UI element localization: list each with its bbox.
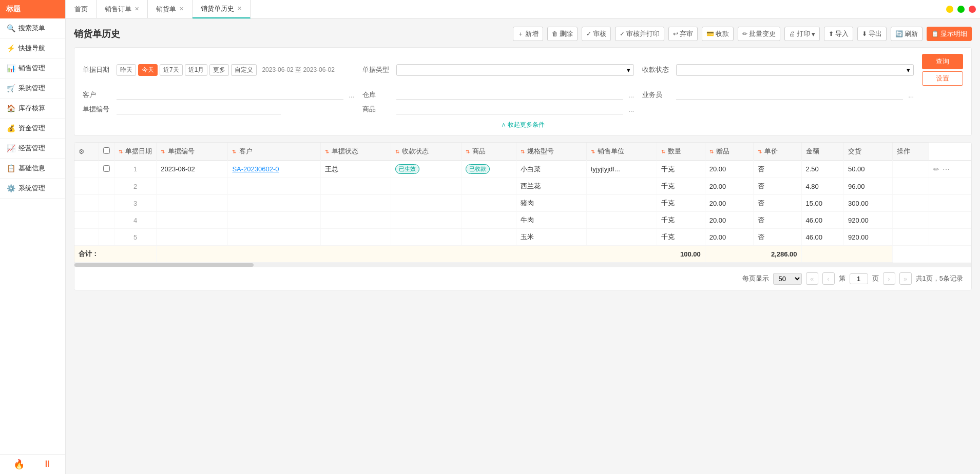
query-button[interactable]: 查询 bbox=[922, 54, 963, 69]
horizontal-scrollbar[interactable] bbox=[74, 263, 971, 267]
col-checkbox[interactable] bbox=[99, 143, 114, 161]
approve-button[interactable]: ✓ 审核 bbox=[582, 27, 611, 41]
cell-quantity-3: 20.00 bbox=[705, 195, 753, 212]
add-button[interactable]: ＋ 新增 bbox=[513, 27, 543, 41]
warehouse-input[interactable] bbox=[396, 90, 623, 100]
close-sales-goods-tab[interactable]: ✕ bbox=[179, 6, 184, 12]
sidebar-item-inventory[interactable]: 🏠 库存核算 bbox=[0, 98, 65, 118]
date-btn-7days[interactable]: 近7天 bbox=[160, 64, 183, 76]
tab-sales-goods[interactable]: 销货单 ✕ bbox=[148, 0, 193, 18]
date-btn-more[interactable]: 更多 bbox=[209, 64, 229, 76]
doc-type-select[interactable]: ▾ bbox=[396, 64, 634, 76]
first-page-button[interactable]: « bbox=[806, 272, 818, 285]
table-row: 1 2023-06-02 SA-20230602-0 王总 已生效 已收款 小白… bbox=[74, 161, 971, 178]
tab-sales-history[interactable]: 销货单历史 ✕ bbox=[193, 0, 251, 18]
tab-sales-order[interactable]: 销售订单 ✕ bbox=[97, 0, 148, 18]
fire-icon[interactable]: 🔥 bbox=[13, 459, 25, 470]
col-quantity[interactable]: ⇅ 数量 bbox=[657, 143, 705, 161]
sidebar-item-sales-mgmt[interactable]: 📊 销售管理 bbox=[0, 58, 65, 78]
sidebar-item-search-menu[interactable]: 🔍 搜索菜单 bbox=[0, 18, 65, 38]
warehouse-ellipsis[interactable]: ... bbox=[628, 91, 634, 99]
close-sales-order-tab[interactable]: ✕ bbox=[134, 6, 139, 12]
print-button[interactable]: 🖨 打印 ▾ bbox=[784, 27, 820, 41]
collapse-filter-link[interactable]: ∧ 收起更多条件 bbox=[83, 118, 963, 129]
cell-doc-no-2 bbox=[228, 178, 320, 195]
date-btn-today[interactable]: 今天 bbox=[138, 64, 158, 76]
sidebar-item-operations[interactable]: 📈 经营管理 bbox=[0, 139, 65, 159]
import-button[interactable]: ⬆ 导入 bbox=[824, 27, 853, 41]
col-unit[interactable]: ⇅ 销售单位 bbox=[586, 143, 657, 161]
collect-button[interactable]: 💳 收款 bbox=[702, 27, 734, 41]
export-button[interactable]: ⬇ 导出 bbox=[857, 27, 887, 41]
show-detail-icon: 📋 bbox=[931, 30, 939, 37]
customer-input[interactable] bbox=[117, 90, 343, 100]
col-doc-status[interactable]: ⇅ 单据状态 bbox=[320, 143, 391, 161]
col-settings[interactable]: ⚙ bbox=[74, 143, 99, 161]
tab-home[interactable]: 首页 bbox=[66, 0, 97, 18]
refresh-button[interactable]: 🔄 刷新 bbox=[891, 27, 923, 41]
approve-print-button[interactable]: ✓ 审核并打印 bbox=[615, 27, 664, 41]
cell-quantity-5: 20.00 bbox=[705, 229, 753, 246]
cell-goods-5: 玉米 bbox=[516, 229, 586, 246]
cell-checkbox-1[interactable] bbox=[99, 161, 114, 178]
col-spec[interactable]: ⇅ 规格型号 bbox=[516, 143, 586, 161]
print-icon: 🖨 bbox=[789, 30, 795, 37]
sidebar-item-quick-nav[interactable]: ⚡ 快捷导航 bbox=[0, 38, 65, 58]
col-unit-price[interactable]: ⇅ 单价 bbox=[753, 143, 801, 161]
summary-spacer bbox=[801, 246, 892, 263]
date-btn-1month[interactable]: 近1月 bbox=[185, 64, 208, 76]
close-sales-history-tab[interactable]: ✕ bbox=[237, 5, 242, 12]
col-customer[interactable]: ⇅ 客户 bbox=[228, 143, 320, 161]
sidebar-header: 标题 bbox=[0, 0, 65, 18]
col-gift[interactable]: ⇅ 赠品 bbox=[705, 143, 753, 161]
col-doc-no[interactable]: ⇅ 单据编号 bbox=[157, 143, 228, 161]
page-number-input[interactable] bbox=[850, 273, 868, 284]
date-btn-custom[interactable]: 自定义 bbox=[231, 64, 257, 76]
date-range-text: 2023-06-02 至 2023-06-02 bbox=[262, 66, 334, 74]
goods-ellipsis[interactable]: ... bbox=[628, 106, 634, 113]
filter-actions: 查询 设置 bbox=[922, 54, 963, 86]
sidebar-item-basic-info[interactable]: 📋 基础信息 bbox=[0, 159, 65, 179]
discard-icon: ↩ bbox=[673, 30, 678, 37]
salesperson-input[interactable] bbox=[676, 90, 903, 100]
next-page-button[interactable]: › bbox=[883, 272, 895, 285]
col-goods[interactable]: ⇅ 商品 bbox=[461, 143, 516, 161]
batch-change-button[interactable]: ✏ 批量变更 bbox=[738, 27, 780, 41]
last-page-button[interactable]: » bbox=[899, 272, 912, 285]
settings-button[interactable]: 设置 bbox=[922, 71, 963, 86]
payment-status-select[interactable]: ▾ bbox=[676, 64, 914, 76]
discard-button[interactable]: ↩ 弃审 bbox=[668, 27, 698, 41]
cell-checkbox-4 bbox=[99, 212, 114, 229]
col-doc-date[interactable]: ⇅ 单据日期 bbox=[114, 143, 156, 161]
more-icon-1[interactable]: ⋯ bbox=[943, 165, 950, 173]
sidebar-item-finance[interactable]: 💰 资金管理 bbox=[0, 118, 65, 139]
sidebar-item-system-mgmt[interactable]: ⚙️ 系统管理 bbox=[0, 179, 65, 199]
minimize-button[interactable] bbox=[946, 6, 953, 13]
sidebar-item-label: 快捷导航 bbox=[18, 44, 45, 53]
date-btn-yesterday[interactable]: 昨天 bbox=[117, 64, 136, 76]
sidebar-item-purchase-mgmt[interactable]: 🛒 采购管理 bbox=[0, 78, 65, 98]
col-payment-status[interactable]: ⇅ 收款状态 bbox=[391, 143, 461, 161]
prev-page-button[interactable]: ‹ bbox=[822, 272, 835, 285]
goods-input[interactable] bbox=[396, 104, 623, 114]
sort-icon: ⇅ bbox=[161, 149, 165, 154]
edit-icon-1[interactable]: ✏ bbox=[933, 165, 939, 173]
cell-settings-5 bbox=[74, 229, 99, 246]
select-all-checkbox[interactable] bbox=[103, 147, 110, 154]
cell-payment-status-2 bbox=[461, 178, 516, 195]
show-detail-button[interactable]: 📋 显示明细 bbox=[927, 27, 972, 41]
close-window-button[interactable] bbox=[969, 6, 976, 13]
salesperson-ellipsis[interactable]: ... bbox=[908, 91, 914, 99]
row-1-checkbox[interactable] bbox=[103, 165, 110, 172]
maximize-button[interactable] bbox=[957, 6, 965, 13]
doc-no-input[interactable] bbox=[117, 104, 281, 114]
customer-ellipsis[interactable]: ... bbox=[349, 91, 354, 99]
cell-doc-no-1[interactable]: SA-20230602-0 bbox=[228, 161, 320, 178]
cell-quantity-2: 20.00 bbox=[705, 178, 753, 195]
pause-icon[interactable]: ⏸ bbox=[43, 459, 52, 470]
cell-gift-4: 否 bbox=[753, 212, 801, 229]
page-size-select[interactable]: 50 100 200 bbox=[773, 273, 802, 285]
sort-icon: ⇅ bbox=[325, 149, 329, 154]
delete-button[interactable]: 🗑 删除 bbox=[547, 27, 578, 41]
scrollbar-thumb[interactable] bbox=[74, 263, 254, 267]
